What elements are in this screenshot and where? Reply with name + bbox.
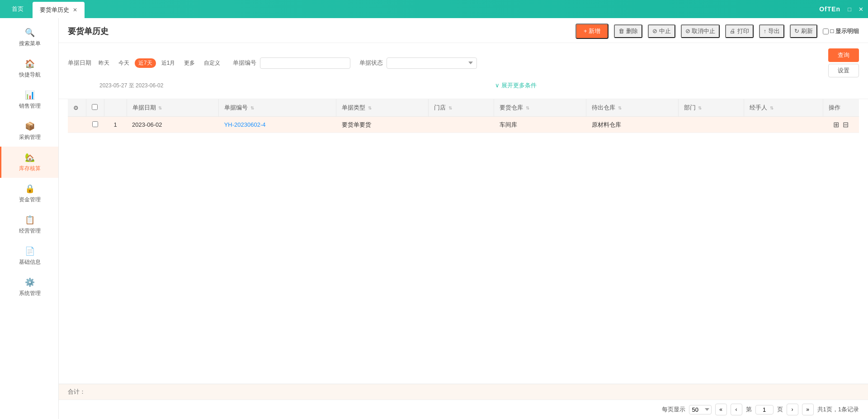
new-button[interactable]: + 新增: [576, 24, 609, 39]
table-container: ⚙ 单据日期 ⇅ 单据编号 ⇅: [59, 99, 868, 384]
window-close-icon[interactable]: ✕: [859, 6, 863, 13]
sort-icon-handler: ⇅: [770, 105, 774, 110]
stop-button[interactable]: ⊘ 中止: [648, 24, 675, 38]
cell-department: [678, 117, 744, 133]
select-all-checkbox[interactable]: [92, 104, 98, 110]
sidebar-label-inventory: 库存核算: [19, 165, 41, 172]
page-suffix: 页: [777, 405, 783, 414]
col-doc-type[interactable]: 单据类型 ⇅: [336, 99, 429, 117]
date-btn-today[interactable]: 今天: [115, 58, 133, 68]
sidebar-item-inventory[interactable]: 🏡 库存核算: [0, 147, 58, 178]
sort-icon-pending-warehouse: ⇅: [618, 105, 622, 110]
date-btn-yesterday[interactable]: 昨天: [95, 58, 113, 68]
sidebar-item-search-menu[interactable]: 🔍 搜索菜单: [0, 22, 58, 53]
sort-icon-doc-type: ⇅: [368, 105, 372, 110]
cell-doc-type: 要货单要货: [336, 117, 429, 133]
col-department[interactable]: 部门 ⇅: [678, 99, 744, 117]
last-page-button[interactable]: »: [802, 404, 814, 415]
col-handler[interactable]: 经手人 ⇅: [744, 99, 823, 117]
doc-number-input[interactable]: [260, 57, 350, 69]
col-doc-number[interactable]: 单据编号 ⇅: [219, 99, 336, 117]
filter-settings-button[interactable]: 设置: [828, 64, 859, 77]
col-doc-date[interactable]: 单据日期 ⇅: [127, 99, 219, 117]
col-pending-warehouse[interactable]: 待出仓库 ⇅: [586, 99, 679, 117]
sidebar-item-purchase-mgmt[interactable]: 📦 采购管理: [0, 115, 58, 147]
col-checkbox: [86, 99, 104, 117]
delete-button[interactable]: 🗑 删除: [614, 24, 642, 38]
sidebar-label-basic-info: 基础信息: [19, 258, 41, 266]
first-page-button[interactable]: «: [715, 404, 727, 415]
window-maximize-icon[interactable]: □: [848, 6, 851, 13]
tab-close-icon[interactable]: ✕: [73, 7, 77, 13]
cell-checkbox: [86, 117, 104, 133]
sort-icon-doc-number: ⇅: [250, 105, 254, 110]
house-icon: 🏡: [24, 152, 35, 163]
query-button[interactable]: 查询: [828, 48, 859, 62]
doc-status-select[interactable]: [387, 57, 477, 69]
edit-icon[interactable]: ⊞: [833, 120, 839, 129]
date-btn-custom[interactable]: 自定义: [200, 58, 224, 68]
box-icon: 📦: [24, 121, 35, 132]
sidebar-label-sales-mgmt: 销售管理: [19, 102, 41, 110]
doc-number-link[interactable]: YH-20230602-4: [224, 121, 266, 128]
prev-page-button[interactable]: ‹: [731, 404, 742, 415]
next-page-button[interactable]: ›: [787, 404, 798, 415]
date-btn-more[interactable]: 更多: [180, 58, 198, 68]
top-bar: 首页 要货单历史 ✕ OfTEn □ ✕: [0, 0, 868, 18]
display-detail-checkbox[interactable]: [823, 29, 829, 34]
cell-action: ⊞ ⊟: [823, 117, 859, 133]
tab-requisition-history[interactable]: 要货单历史 ✕: [33, 2, 85, 18]
sidebar-label-quick-nav: 快捷导航: [19, 71, 41, 79]
action-icons: ⊞ ⊟: [828, 120, 854, 129]
page-number-input[interactable]: [755, 405, 774, 414]
sidebar-item-quick-nav[interactable]: 🏠 快捷导航: [0, 53, 58, 84]
page-header: 要货单历史 + 新增 🗑 删除 ⊘ 中止 ⊘ 取消中止 🖨 打印 ↑ 导出 ↻ …: [59, 18, 868, 43]
cell-settings: [68, 117, 86, 133]
filter-row-1: 单据日期 昨天 今天 近7天 近1月 更多 自定义 单据编号: [68, 48, 859, 77]
filter-actions: 查询 设置: [828, 48, 859, 77]
gear-icon: ⚙️: [24, 277, 35, 288]
content-area: 要货单历史 + 新增 🗑 删除 ⊘ 中止 ⊘ 取消中止 🖨 打印 ↑ 导出 ↻ …: [59, 18, 868, 419]
lock-icon: 🔒: [24, 183, 35, 194]
sidebar-label-operation-mgmt: 经营管理: [19, 227, 41, 235]
pagination-bar: 每页显示 50 20 100 « ‹ 第 页 › » 共1页，1条记录: [59, 400, 868, 419]
sort-icon-department: ⇅: [698, 105, 702, 110]
sidebar-item-finance-mgmt[interactable]: 🔒 资金管理: [0, 178, 58, 209]
filter-row-2: 2023-05-27 至 2023-06-02 ∨ 展开更多条件: [68, 81, 859, 90]
sidebar-label-purchase-mgmt: 采购管理: [19, 133, 41, 141]
date-range-group: 2023-05-27 至 2023-06-02: [68, 81, 163, 90]
sidebar-item-operation-mgmt[interactable]: 📋 经营管理: [0, 209, 58, 240]
col-store[interactable]: 门店 ⇅: [429, 99, 494, 117]
cancel-stop-button[interactable]: ⊘ 取消中止: [681, 24, 720, 38]
tab-label: 要货单历史: [40, 6, 69, 14]
sidebar-item-sales-mgmt[interactable]: 📊 销售管理: [0, 84, 58, 115]
sidebar-item-system-mgmt[interactable]: ⚙️ 系统管理: [0, 271, 58, 303]
top-bar-right: OfTEn □ ✕: [819, 5, 863, 13]
display-detail-toggle[interactable]: □ 显示明细: [823, 27, 859, 35]
refresh-button[interactable]: ↻ 刷新: [790, 24, 817, 38]
export-button[interactable]: ↑ 导出: [759, 24, 784, 38]
cell-pending-warehouse: 原材料仓库: [586, 117, 679, 133]
sidebar-item-basic-info[interactable]: 📄 基础信息: [0, 240, 58, 271]
sort-icon-req-warehouse: ⇅: [526, 105, 529, 110]
chevron-down-icon: ∨: [495, 82, 500, 89]
col-req-warehouse[interactable]: 要货仓库 ⇅: [494, 99, 586, 117]
home-icon: 🏠: [24, 58, 35, 69]
date-btn-1month[interactable]: 近1月: [158, 58, 179, 68]
page-size-select[interactable]: 50 20 100: [689, 405, 712, 414]
doc-status-filter-group: 单据状态: [359, 57, 477, 69]
copy-icon[interactable]: ⊟: [843, 120, 849, 129]
date-btn-7days[interactable]: 近7天: [135, 58, 156, 68]
sidebar-label-system-mgmt: 系统管理: [19, 290, 41, 297]
cell-req-warehouse: 车间库: [494, 117, 586, 133]
sum-label: 合计：: [68, 388, 85, 396]
col-settings[interactable]: ⚙: [68, 99, 86, 117]
page-size-label: 每页显示: [662, 405, 685, 414]
row-checkbox[interactable]: [92, 121, 98, 127]
print-button[interactable]: 🖨 打印: [725, 24, 754, 38]
brand-text: OfTEn: [819, 5, 840, 13]
tab-home[interactable]: 首页: [5, 0, 31, 18]
toolbar: + 新增 🗑 删除 ⊘ 中止 ⊘ 取消中止 🖨 打印 ↑ 导出 ↻ 刷新 □ 显…: [576, 24, 859, 39]
total-info: 共1页，1条记录: [817, 405, 859, 414]
expand-conditions-button[interactable]: ∨ 展开更多条件: [495, 81, 537, 90]
